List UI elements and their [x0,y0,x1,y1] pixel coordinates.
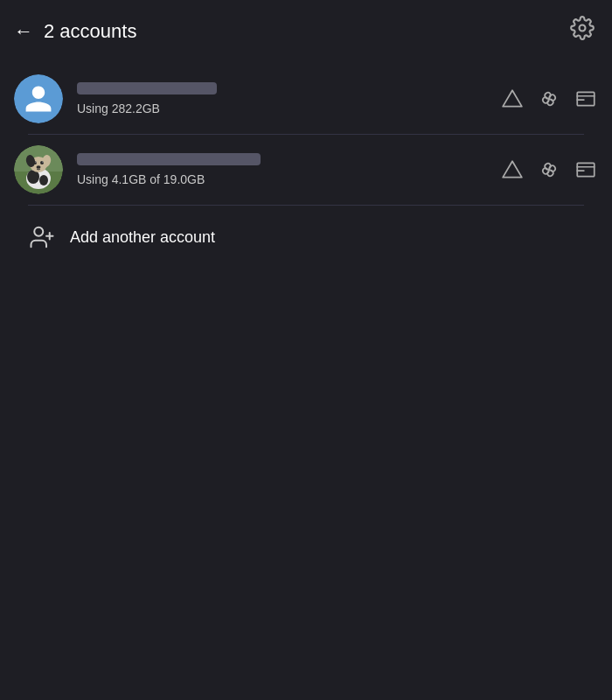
photos-icon[interactable] [537,158,561,182]
svg-point-9 [39,175,48,186]
account-info: Using 4.1GB of 19.0GB [77,153,490,186]
svg-rect-2 [577,92,595,105]
account-storage: Using 4.1GB of 19.0GB [77,172,490,186]
account-name-bar [77,153,261,165]
avatar [14,145,63,194]
svg-marker-1 [503,90,522,106]
account-row[interactable]: Using 282.2GB [14,64,598,134]
account-name-bar [77,82,217,94]
header-left: ← 2 accounts [14,20,136,43]
account-icons [500,158,598,182]
docs-icon[interactable] [574,158,598,182]
svg-rect-19 [577,163,595,176]
add-person-icon [28,223,56,251]
svg-point-17 [37,165,41,169]
docs-icon[interactable] [574,87,598,111]
avatar [14,74,63,123]
default-avatar [14,74,63,123]
page-title: 2 accounts [44,20,136,43]
svg-point-0 [580,25,586,32]
drive-icon[interactable] [500,87,525,111]
svg-marker-18 [503,161,522,177]
header: ← 2 accounts [0,0,612,57]
account-info: Using 282.2GB [77,82,490,116]
account-storage: Using 282.2GB [77,102,490,116]
account-row[interactable]: Using 4.1GB of 19.0GB [14,135,598,205]
svg-point-16 [42,161,43,162]
add-account-button[interactable]: Add another account [14,206,598,269]
photos-icon[interactable] [537,87,561,111]
add-account-label: Add another account [70,228,215,247]
account-icons [500,87,598,111]
svg-point-15 [35,161,36,162]
drive-icon[interactable] [500,158,525,182]
accounts-list: Using 282.2GB [0,57,612,276]
back-button[interactable]: ← [14,22,33,41]
settings-icon[interactable] [570,16,595,46]
svg-point-21 [34,228,43,236]
